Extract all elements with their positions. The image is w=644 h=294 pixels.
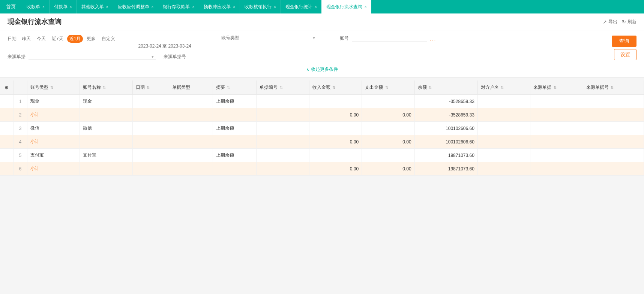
cell-expense — [362, 95, 415, 108]
table-row[interactable]: 5支付宝支付宝上期余额19871073.60 — [0, 149, 644, 162]
export-button[interactable]: ↗ 导出 — [603, 19, 617, 25]
refresh-icon: ↻ — [622, 19, 626, 25]
close-icon[interactable]: × — [106, 5, 108, 9]
col-account-type[interactable]: 账号类型 ⇅ — [27, 81, 80, 95]
cell-date — [132, 95, 169, 108]
nav-tab-yhcq[interactable]: 银行存取款单 × — [158, 0, 199, 13]
cell-doc-type — [169, 135, 213, 149]
cell-source-doc — [530, 135, 583, 149]
cell-no: 1 — [14, 95, 27, 108]
data-table: ⚙ 账号类型 ⇅ 账号名称 ⇅ 日期 ⇅ 单据类型 摘要 ⇅ 单据编号 ⇅ 收入… — [0, 81, 644, 176]
cell-doc-type — [169, 122, 213, 135]
date-opt-yesterday[interactable]: 昨天 — [20, 35, 33, 43]
table-row[interactable]: 2小计0.000.00-3528659.33 — [0, 108, 644, 122]
source-doc-no-input[interactable] — [189, 53, 317, 60]
close-icon[interactable]: × — [365, 5, 367, 9]
nav-tab-ysyf[interactable]: 应收应付调整单 × — [113, 0, 158, 13]
table-row[interactable]: 3微信微信上期余额100102606.60 — [0, 122, 644, 135]
account-dots-button[interactable]: ... — [430, 36, 437, 42]
table-area: ⚙ 账号类型 ⇅ 账号名称 ⇅ 日期 ⇅ 单据类型 摘要 ⇅ 单据编号 ⇅ 收入… — [0, 81, 644, 176]
col-gear[interactable]: ⚙ — [0, 81, 14, 95]
close-icon[interactable]: × — [233, 5, 235, 9]
col-summary[interactable]: 摘要 ⇅ — [213, 81, 257, 95]
collapse-icon: ∧ — [306, 67, 309, 72]
nav-tab-qtsr[interactable]: 其他收入单 × — [77, 0, 113, 13]
col-expense[interactable]: 支出金额 ⇅ — [362, 81, 415, 95]
table-row[interactable]: 6小计0.000.0019871073.60 — [0, 162, 644, 176]
cell-expense — [362, 122, 415, 135]
cell-balance: 19871073.60 — [414, 162, 477, 176]
cell-account-name: 现金 — [80, 95, 133, 108]
cell-account-type: 支付宝 — [27, 149, 80, 162]
account-input[interactable] — [352, 35, 427, 42]
col-balance[interactable]: 余额 ⇅ — [414, 81, 477, 95]
date-opt-custom[interactable]: 自定义 — [99, 35, 117, 43]
setting-button[interactable]: 设置 — [614, 49, 636, 60]
cell-gear — [0, 95, 14, 108]
close-icon[interactable]: × — [315, 5, 317, 9]
close-icon[interactable]: × — [274, 5, 276, 9]
col-counterpart[interactable]: 对方户名 ⇅ — [477, 81, 530, 95]
cell-account-type: 微信 — [27, 122, 80, 135]
collapse-bar[interactable]: ∧ 收起更多条件 — [8, 64, 636, 73]
cell-account-type: 小计 — [27, 108, 80, 122]
cell-expense: 0.00 — [362, 108, 415, 122]
close-icon[interactable]: × — [192, 5, 194, 9]
top-navigation: 首页 收款单 × 付款单 × 其他收入单 × 应收应付调整单 × 银行存取款单 … — [0, 0, 644, 13]
nav-tab-xjyhlscx[interactable]: 现金银行流水查询 × — [321, 0, 371, 13]
table-row[interactable]: 4小计0.000.00100102606.60 — [0, 135, 644, 149]
cell-income: 0.00 — [309, 135, 362, 149]
cell-source-doc — [530, 162, 583, 176]
cell-counterpart — [477, 162, 530, 176]
source-doc-select[interactable]: ▼ — [29, 54, 156, 60]
col-income[interactable]: 收入金额 ⇅ — [309, 81, 362, 95]
page-title: 现金银行流水查询 — [8, 17, 62, 26]
cell-income — [309, 149, 362, 162]
cell-doc-no — [257, 162, 309, 176]
page-header: 现金银行流水查询 ↗ 导出 ↻ 刷新 — [0, 13, 644, 30]
cell-account-name: 支付宝 — [80, 149, 133, 162]
cell-counterpart — [477, 95, 530, 108]
chevron-down-icon: ▼ — [312, 36, 316, 40]
nav-tab-shoukuan[interactable]: 收款单 × — [22, 0, 49, 13]
cell-date — [132, 162, 169, 176]
date-opt-7days[interactable]: 近7天 — [50, 35, 66, 43]
nav-tab-skhx[interactable]: 收款核销执行 × — [240, 0, 281, 13]
col-source-doc[interactable]: 来源单据 ⇅ — [530, 81, 583, 95]
col-doc-no[interactable]: 单据编号 ⇅ — [257, 81, 309, 95]
query-button[interactable]: 查询 — [612, 36, 636, 47]
date-opt-more[interactable]: 更多 — [84, 35, 98, 43]
refresh-button[interactable]: ↻ 刷新 — [622, 19, 636, 25]
cell-income — [309, 95, 362, 108]
cell-source-doc — [530, 122, 583, 135]
cell-account-name — [80, 162, 133, 176]
table-row[interactable]: 1现金现金上期余额-3528659.33 — [0, 95, 644, 108]
date-opt-1month[interactable]: 近1月 — [67, 35, 83, 43]
cell-source-doc — [530, 95, 583, 108]
col-no — [14, 81, 27, 95]
nav-home[interactable]: 首页 — [0, 0, 22, 13]
date-opt-today[interactable]: 今天 — [35, 35, 48, 43]
close-icon[interactable]: × — [70, 5, 72, 9]
cell-income: 0.00 — [309, 162, 362, 176]
close-icon[interactable]: × — [42, 5, 45, 9]
account-type-select[interactable]: ▼ — [242, 35, 317, 41]
cell-counterpart — [477, 108, 530, 122]
col-source-doc-no[interactable]: 来源单据号 ⇅ — [583, 81, 644, 95]
nav-tab-fukuan[interactable]: 付款单 × — [49, 0, 77, 13]
cell-counterpart — [477, 149, 530, 162]
cell-date — [132, 149, 169, 162]
col-doc-type[interactable]: 单据类型 — [169, 81, 213, 95]
nav-tab-ysch[interactable]: 预收冲应收单 × — [199, 0, 240, 13]
account-type-filter-group: 账号类型 ▼ — [221, 35, 317, 41]
cell-account-type: 小计 — [27, 135, 80, 149]
nav-tab-xjyhtj[interactable]: 现金银行统计 × — [281, 0, 321, 13]
close-icon[interactable]: × — [152, 5, 154, 9]
cell-no: 5 — [14, 149, 27, 162]
source-doc-label: 来源单据 — [8, 54, 26, 60]
cell-source-doc — [530, 149, 583, 162]
source-doc-no-filter-group: 来源单据号 — [164, 53, 317, 60]
col-account-name[interactable]: 账号名称 ⇅ — [80, 81, 133, 95]
col-date[interactable]: 日期 ⇅ — [132, 81, 169, 95]
cell-doc-no — [257, 108, 309, 122]
